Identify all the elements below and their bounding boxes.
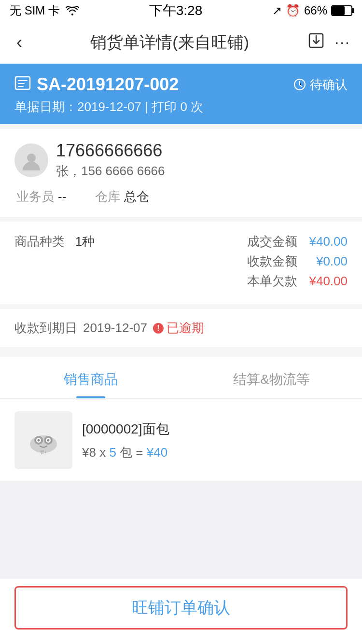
product-thumbnail: 管+ [14,411,72,469]
owed-value: ¥40.00 [309,274,348,289]
warehouse-meta: 仓库 总仓 [95,188,149,205]
product-qty: 5 [109,445,116,460]
product-name: [0000002]面包 [82,420,348,438]
divider-3 [0,347,362,352]
svg-point-9 [38,439,40,442]
order-status: 待确认 [293,76,348,93]
customer-phone: 17666666666 [56,140,165,161]
amount-label: 成交金额 [247,233,297,250]
more-button[interactable]: ··· [334,33,350,51]
order-icon [14,76,31,94]
due-label: 收款到期日 [14,320,77,336]
confirm-label: 旺铺订单确认 [132,597,230,619]
amount-row: 成交金额 ¥40.00 [247,233,348,250]
amount-value: ¥40.00 [309,234,348,249]
svg-text:管+: 管+ [40,450,47,455]
summary-section: 商品种类 1种 成交金额 ¥40.00 收款金额 ¥0.00 本单欠款 ¥40.… [0,222,362,304]
equals-sign: = [136,445,146,460]
warehouse-value: 总仓 [124,188,149,205]
wifi-icon [66,6,79,15]
received-row: 收款金额 ¥0.00 [247,253,348,270]
nav-actions: ··· [307,32,350,53]
summary-right: 成交金额 ¥40.00 收款金额 ¥0.00 本单欠款 ¥40.00 [247,233,348,293]
order-banner: SA-20191207-002 待确认 单据日期：2019-12-07 | 打印… [0,64,362,124]
battery-percent: 66% [304,4,327,17]
tab-settlement[interactable]: 结算&物流等 [181,357,362,398]
product-price: ¥8 [82,445,96,460]
order-date: 单据日期：2019-12-07 | 打印 0 次 [14,98,348,115]
product-price-row: ¥8 x 5 包 = ¥40 [82,444,348,461]
page-title: 销货单详情(来自旺铺) [32,31,307,54]
back-button[interactable]: ‹ [12,28,27,57]
order-id: SA-20191207-002 [37,74,179,95]
multiply-sign: x [99,445,109,460]
tab-sales[interactable]: 销售商品 [0,357,181,398]
overdue-text: 已逾期 [167,320,204,336]
received-value: ¥0.00 [316,254,348,269]
customer-section: 17666666666 张，156 6666 6666 业务员 -- 仓库 总仓 [0,129,362,217]
warehouse-label: 仓库 [95,188,120,205]
salesperson-label: 业务员 [16,188,54,205]
due-date: 2019-12-07 [83,321,147,336]
bottom-bar: 旺铺订单确认 [0,578,362,644]
type-value: 1种 [75,234,95,249]
summary-left: 商品种类 1种 [14,233,95,250]
overdue-dot-icon: ! [153,323,164,334]
confirm-order-button[interactable]: 旺铺订单确认 [14,586,348,630]
status-left: 无 SIM 卡 [10,3,79,18]
type-label: 商品种类 [14,234,65,249]
product-info: [0000002]面包 ¥8 x 5 包 = ¥40 [82,420,348,461]
salesperson-meta: 业务员 -- [16,188,66,205]
svg-point-3 [27,154,36,162]
product-total: ¥40 [147,445,167,460]
salesperson-value: -- [58,189,66,204]
product-list: 管+ [0000002]面包 ¥8 x 5 包 = ¥40 [0,400,362,481]
customer-avatar [14,143,48,177]
product-unit: 包 [120,445,132,460]
status-bar: 无 SIM 卡 下午3:28 ↗ ⏰ 66% [0,0,362,21]
due-section: 收款到期日 2019-12-07 ! 已逾期 [0,309,362,347]
owed-row: 本单欠款 ¥40.00 [247,273,348,290]
tabs-section: 销售商品 结算&物流等 [0,357,362,399]
battery-icon [331,5,352,16]
divider-2 [0,304,362,309]
overdue-badge: ! 已逾期 [153,320,204,336]
export-button[interactable] [307,32,325,53]
carrier-text: 无 SIM 卡 [10,3,60,18]
owed-label: 本单欠款 [247,273,297,290]
product-item: 管+ [0000002]面包 ¥8 x 5 包 = ¥40 [0,400,362,481]
customer-name: 张，156 6666 6666 [56,163,165,180]
svg-point-10 [47,439,50,442]
status-text: 待确认 [310,76,348,93]
received-label: 收款金额 [247,253,297,270]
status-time: 下午3:28 [149,1,203,20]
nav-bar: ‹ 销货单详情(来自旺铺) ··· [0,21,362,64]
location-icon: ↗ [272,4,282,17]
status-right: ↗ ⏰ 66% [272,4,352,17]
alarm-icon: ⏰ [286,4,300,17]
divider-1 [0,217,362,222]
